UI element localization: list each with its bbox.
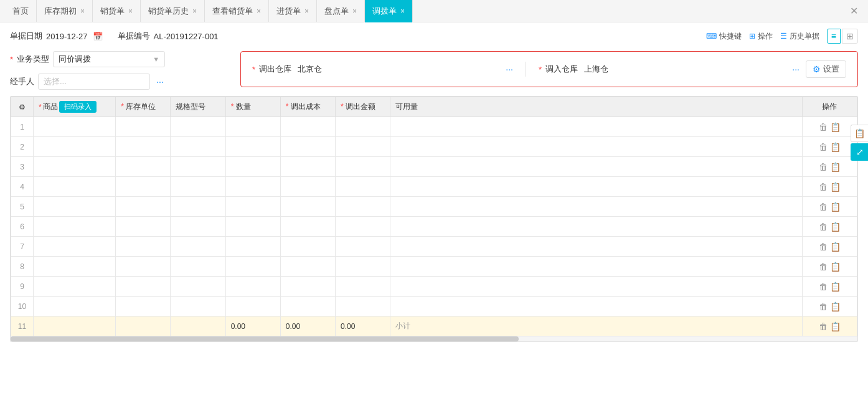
cell-amount-7[interactable] [336, 237, 390, 257]
cell-cost-4[interactable] [280, 177, 335, 197]
cell-product-1[interactable] [34, 117, 116, 137]
copy-row-icon-8[interactable]: 📋 [830, 262, 841, 272]
cell-ops-5[interactable]: 🗑📋 [802, 197, 857, 217]
copy-row-icon-9[interactable]: 📋 [830, 282, 841, 292]
cell-cost-6[interactable] [280, 217, 335, 237]
cell-product-7[interactable] [34, 237, 116, 257]
cell-cost-9[interactable] [280, 277, 335, 297]
cell-amount-2[interactable] [336, 137, 390, 157]
float-doc-btn[interactable]: 📋 [851, 125, 868, 142]
copy-row-icon-11[interactable]: 📋 [830, 321, 841, 331]
cell-amount-8[interactable] [336, 257, 390, 277]
handler-select[interactable]: 选择... [38, 74, 150, 90]
transfer-out-more-btn[interactable]: ··· [506, 64, 513, 74]
th-settings[interactable]: ⚙ [11, 97, 34, 117]
tab-inventory-init[interactable]: 库存期初 × [37, 0, 93, 22]
delete-row-icon-2[interactable]: 🗑 [819, 142, 828, 152]
copy-row-icon-10[interactable]: 📋 [830, 302, 841, 312]
cell-product-6[interactable] [34, 217, 116, 237]
cell-ops-9[interactable]: 🗑📋 [802, 277, 857, 297]
tab-home[interactable]: 首页 [5, 0, 37, 22]
delete-row-icon-5[interactable]: 🗑 [819, 202, 828, 212]
handler-more-btn[interactable]: ··· [156, 77, 164, 87]
delete-row-icon-7[interactable]: 🗑 [819, 242, 828, 252]
cell-product-9[interactable] [34, 277, 116, 297]
cell-product-4[interactable] [34, 177, 116, 197]
tab-sales-order[interactable]: 销货单 × [93, 0, 141, 22]
cell-cost-1[interactable] [280, 117, 335, 137]
tab-view-sales[interactable]: 查看销货单 × [205, 0, 269, 22]
table-horizontal-scrollbar[interactable] [11, 336, 857, 341]
cell-ops-1[interactable]: 🗑📋 [802, 117, 857, 137]
cell-product-2[interactable] [34, 137, 116, 157]
cell-amount-1[interactable] [336, 117, 390, 137]
tab-purchase-order-close[interactable]: × [304, 7, 309, 16]
scan-input-button[interactable]: 扫码录入 [59, 101, 97, 113]
window-close-button[interactable]: ✕ [845, 5, 863, 17]
cell-ops-8[interactable]: 🗑📋 [802, 257, 857, 277]
cell-amount-4[interactable] [336, 177, 390, 197]
copy-row-icon-5[interactable]: 📋 [830, 202, 841, 212]
tab-stocktake-close[interactable]: × [352, 7, 357, 16]
settings-button[interactable]: ⚙ 设置 [806, 60, 846, 78]
cell-ops-6[interactable]: 🗑📋 [802, 217, 857, 237]
cell-amount-3[interactable] [336, 157, 390, 177]
tab-stocktake[interactable]: 盘点单 × [317, 0, 365, 22]
cell-ops-10[interactable]: 🗑📋 [802, 297, 857, 316]
copy-row-icon-7[interactable]: 📋 [830, 242, 841, 252]
scrollbar-thumb[interactable] [11, 336, 519, 341]
delete-row-icon-9[interactable]: 🗑 [819, 282, 828, 292]
delete-row-icon-10[interactable]: 🗑 [819, 302, 828, 312]
cell-ops-2[interactable]: 🗑📋 [802, 137, 857, 157]
cell-amount-10[interactable] [336, 297, 390, 316]
cell-qty-3[interactable] [225, 157, 280, 177]
tab-view-sales-close[interactable]: × [257, 7, 261, 16]
cell-qty-10[interactable] [225, 297, 280, 316]
layout-grid-btn[interactable]: ⊞ [842, 29, 858, 44]
tab-transfer-close[interactable]: × [400, 7, 405, 16]
tab-sales-history-close[interactable]: × [192, 7, 197, 16]
business-type-select[interactable]: 同价调拨 ▼ [53, 51, 165, 67]
cell-product-8[interactable] [34, 257, 116, 277]
cell-cost-3[interactable] [280, 157, 335, 177]
table-scroll-area[interactable]: ⚙ * 商品 扫码录入 * 库存单位 [11, 97, 857, 336]
delete-row-icon-6[interactable]: 🗑 [819, 222, 828, 232]
cell-product-3[interactable] [34, 157, 116, 177]
cell-product-10[interactable] [34, 297, 116, 316]
cell-cost-5[interactable] [280, 197, 335, 217]
delete-row-icon-3[interactable]: 🗑 [819, 162, 828, 172]
cell-qty-1[interactable] [225, 117, 280, 137]
shortcut-btn[interactable]: ⌨ 快捷键 [706, 31, 742, 42]
history-btn[interactable]: ☰ 历史单据 [780, 31, 819, 42]
cell-qty-9[interactable] [225, 277, 280, 297]
delete-row-icon-11[interactable]: 🗑 [819, 321, 828, 331]
cell-cost-7[interactable] [280, 237, 335, 257]
cell-ops-7[interactable]: 🗑📋 [802, 237, 857, 257]
cell-qty-6[interactable] [225, 217, 280, 237]
operate-btn[interactable]: ⊞ 操作 [749, 31, 773, 42]
cell-ops-11[interactable]: 🗑📋 [802, 316, 857, 336]
delete-row-icon-4[interactable]: 🗑 [819, 182, 828, 192]
copy-row-icon-4[interactable]: 📋 [830, 182, 841, 192]
cell-qty-4[interactable] [225, 177, 280, 197]
cell-cost-2[interactable] [280, 137, 335, 157]
float-expand-btn[interactable]: ⤢ [851, 143, 868, 161]
tab-sales-order-close[interactable]: × [128, 7, 133, 16]
cell-amount-6[interactable] [336, 217, 390, 237]
copy-row-icon-2[interactable]: 📋 [830, 142, 841, 152]
cell-amount-5[interactable] [336, 197, 390, 217]
cell-amount-9[interactable] [336, 277, 390, 297]
cell-qty-7[interactable] [225, 237, 280, 257]
cell-qty-8[interactable] [225, 257, 280, 277]
tab-inventory-init-close[interactable]: × [80, 7, 85, 16]
tab-sales-history[interactable]: 销货单历史 × [141, 0, 205, 22]
cell-ops-4[interactable]: 🗑📋 [802, 177, 857, 197]
delete-row-icon-8[interactable]: 🗑 [819, 262, 828, 272]
layout-list-btn[interactable]: ≡ [827, 29, 841, 44]
cell-ops-3[interactable]: 🗑📋 [802, 157, 857, 177]
cell-cost-8[interactable] [280, 257, 335, 277]
copy-row-icon-1[interactable]: 📋 [830, 122, 841, 132]
tab-transfer[interactable]: 调拨单 × [365, 0, 413, 22]
cell-cost-10[interactable] [280, 297, 335, 316]
copy-row-icon-3[interactable]: 📋 [830, 162, 841, 172]
